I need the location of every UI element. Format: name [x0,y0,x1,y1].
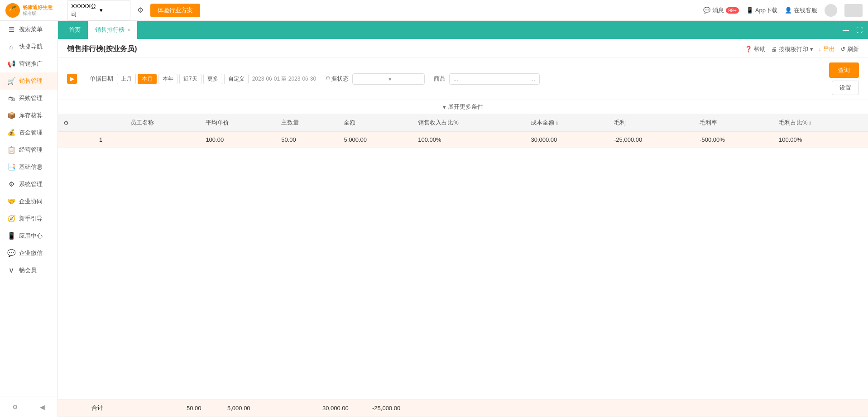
cost-info-icon[interactable]: ℹ [556,120,558,125]
finance-icon: 💰 [7,129,15,137]
goods-input[interactable]: ... … [449,73,540,85]
page-header-actions: ❓ 帮助 🖨 按模板打印 ▾ ↓ 导出 [745,45,859,53]
row-rank: 1 [94,132,125,148]
date-btn-custom[interactable]: 自定义 [224,74,249,84]
col-rank [94,114,125,132]
tab-maximize-icon[interactable]: ⛶ [854,24,864,35]
footer-table: 合计 50.00 5,000.00 30,000.00 -25,000.00 [58,399,868,417]
date-btn-7days[interactable]: 近7天 [179,74,201,84]
company-selector[interactable]: XXXXX公司 ▾ [67,0,130,21]
operations-icon: 📋 [7,146,15,154]
help-icon: ❓ [745,46,752,53]
app-download-button[interactable]: 📱 App下载 [746,6,777,14]
tab-home[interactable]: 首页 [62,21,88,39]
row-amount: 5,000.00 [338,132,412,148]
tab-bar-right: — ⛶ [841,24,864,35]
sidebar-item-purchase[interactable]: 🛍 采购管理 [0,90,58,107]
help-button[interactable]: ❓ 帮助 [745,45,766,53]
sidebar-item-inventory[interactable]: 📦 库存核算 [0,107,58,124]
service-icon: 👤 [785,7,792,14]
settings-button[interactable]: 设置 [832,81,859,95]
filter-bar: ▶ 单据日期 上月 本月 本年 近7天 更多 自定义 2023- [58,58,868,100]
sidebar-item-marketing[interactable]: 📢 营销推广 [0,55,58,72]
expand-more-button[interactable]: ▾ 展开更多条件 [443,103,483,111]
status-chevron-icon: ▾ [388,76,421,82]
sales-icon: 🛒 [7,77,15,85]
goods-filter-label: 商品 [434,75,446,83]
footer-label: 合计 [86,399,140,417]
filter-toggle-arrow[interactable]: ▶ [67,74,77,84]
row-profit-pct: 100.00% [773,132,868,148]
row-employee [125,132,201,148]
sidebar-item-enterprise-wechat[interactable]: 💬 企业微信 [0,244,58,262]
sidebar-settings-button[interactable]: ⚙ [4,401,27,413]
guide-icon: 🧭 [7,215,15,223]
refresh-button[interactable]: ↺ 刷新 [840,45,859,53]
sidebar-collapse-button[interactable]: ◀ [31,401,54,413]
tab-bar: 首页 销售排行榜 × — ⛶ [58,21,868,39]
sidebar-item-guide[interactable]: 🧭 新手引导 [0,210,58,227]
footer-profit: -25,000.00 [367,399,689,417]
wechat-icon: 💬 [7,249,15,257]
sidebar-item-quick-nav[interactable]: ⌂ 快捷导航 [0,38,58,55]
goods-filter-group: 商品 ... … [434,73,540,85]
filter-right-actions: 查询 设置 [829,62,859,95]
sidebar-item-basic-info[interactable]: 📑 基础信息 [0,158,58,176]
status-select[interactable]: ▾ [352,73,425,85]
date-filter-buttons: 上月 本月 本年 近7天 更多 自定义 [117,74,249,84]
company-settings-icon[interactable]: ⚙ [134,4,147,17]
sidebar-item-member[interactable]: V 畅会员 [0,262,58,279]
date-btn-this-year[interactable]: 本年 [158,74,177,84]
footer-cost: 30,000.00 [317,399,367,417]
sidebar: ☰ 搜索菜单 ⌂ 快捷导航 📢 营销推广 🛒 销售管理 🛍 采购管理 📦 库 [0,21,58,417]
trial-button[interactable]: 体验行业方案 [150,4,200,17]
expand-bar: ▾ 展开更多条件 [58,100,868,114]
message-icon: 💬 [703,7,710,14]
date-btn-last-month[interactable]: 上月 [117,74,136,84]
table-container: ⚙ 员工名称 平均单价 主数量 [58,114,868,399]
sidebar-item-search-order[interactable]: ☰ 搜索菜单 [0,21,58,38]
sidebar-item-app-center[interactable]: 📱 应用中心 [0,227,58,244]
row-qty: 50.00 [276,132,338,148]
col-settings[interactable]: ⚙ [58,114,94,132]
date-range-display: 2023-06-01 至 2023-06-30 [252,75,316,83]
row-profit: -25,000.00 [609,132,694,148]
date-btn-more[interactable]: 更多 [203,74,222,84]
table-footer: 合计 50.00 5,000.00 30,000.00 -25,000.00 [58,399,868,417]
online-service-button[interactable]: 👤 在线客服 [785,6,817,14]
sidebar-item-enterprise-collab[interactable]: 🤝 企业协同 [0,193,58,210]
purchase-icon: 🛍 [7,95,15,102]
page-inner: 销售排行榜(按业务员) ❓ 帮助 🖨 按模板打印 ▾ [58,39,868,417]
row-profit-rate: -500.00% [694,132,773,148]
marketing-icon: 📢 [7,60,15,68]
sidebar-item-finance[interactable]: 💰 资金管理 [0,124,58,141]
message-badge: 99+ [726,7,739,14]
tab-minimize-icon[interactable]: — [841,24,851,35]
col-profit-pct: 毛利占比% ℹ [773,114,868,132]
query-button[interactable]: 查询 [829,62,859,78]
col-profit-rate: 毛利率 [694,114,773,132]
col-employee: 员工名称 [125,114,201,132]
col-cost: 成本全额 ℹ [525,114,609,132]
avatar-extra [844,4,863,17]
basic-info-icon: 📑 [7,163,15,171]
main-content: 销售排行榜(按业务员) ❓ 帮助 🖨 按模板打印 ▾ [58,39,868,417]
export-button[interactable]: ↓ 导出 [819,45,835,53]
print-button[interactable]: 🖨 按模板打印 ▾ [771,45,813,53]
export-icon: ↓ [819,46,822,53]
avatar[interactable] [825,4,837,17]
table-row: 1 100.00 50.00 [58,132,868,148]
tab-close-icon[interactable]: × [127,27,130,33]
sidebar-item-system[interactable]: ⚙ 系统管理 [0,176,58,193]
row-settings-col [58,132,94,148]
tab-sales-ranking[interactable]: 销售排行榜 × [88,21,137,39]
sidebar-item-sales[interactable]: 🛒 销售管理 [0,72,58,90]
data-table: ⚙ 员工名称 平均单价 主数量 [58,114,868,148]
date-btn-this-month[interactable]: 本月 [138,74,157,84]
message-button[interactable]: 💬 消息 99+ [703,6,739,14]
topbar-right: 💬 消息 99+ 📱 App下载 👤 在线客服 [703,4,863,17]
profit-pct-info-icon[interactable]: ℹ [809,120,811,125]
sidebar-item-operations[interactable]: 📋 经营管理 [0,141,58,158]
app-center-icon: 📱 [7,232,15,240]
goods-ellipsis-icon: … [530,76,536,82]
